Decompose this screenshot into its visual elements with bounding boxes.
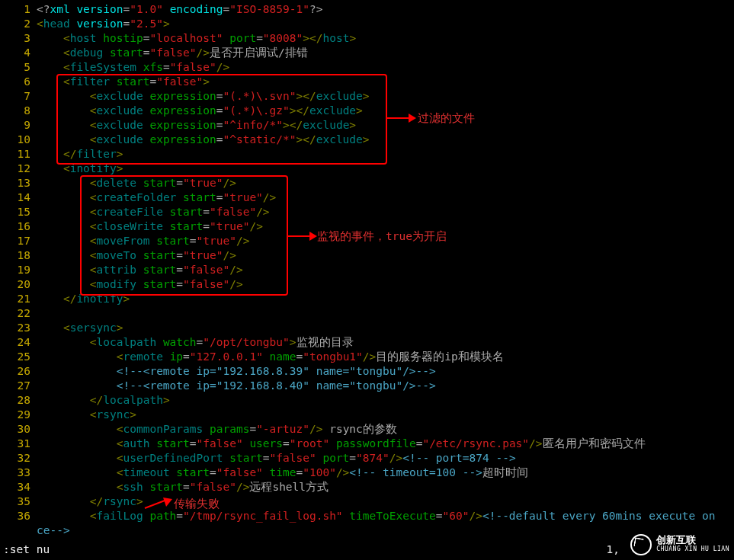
code-content[interactable]: <moveTo start="true"/> — [37, 248, 734, 263]
line-number: 19 — [0, 263, 37, 277]
code-content[interactable]: <modify start="false"/> — [37, 277, 734, 292]
code-content[interactable]: <filter start="false"> — [37, 75, 734, 89]
code-line[interactable]: 12 <inotify> — [0, 162, 734, 176]
code-line[interactable]: 24 <localpath watch="/opt/tongbu">监视的目录 — [0, 335, 734, 350]
code-line[interactable]: 23 <sersync> — [0, 321, 734, 335]
code-content[interactable]: <auth start="false" users="root" passwor… — [37, 437, 734, 451]
code-content[interactable]: <timeout start="false" time="100"/><!-- … — [37, 466, 734, 480]
code-content[interactable]: <remote ip="127.0.0.1" name="tongbu1"/>目… — [37, 350, 734, 364]
code-content[interactable]: <userDefinedPort start="false" port="874… — [37, 451, 734, 466]
code-line[interactable]: 35 </rsync> — [0, 494, 734, 509]
code-line[interactable]: ce--> — [0, 523, 734, 538]
line-number: 32 — [0, 451, 37, 466]
code-content[interactable]: <debug start="false"/>是否开启调试/排错 — [37, 46, 734, 60]
code-line[interactable]: 13 <delete start="true"/> — [0, 176, 734, 190]
code-content[interactable]: <attrib start="false"/> — [37, 263, 734, 277]
code-line[interactable]: 25 <remote ip="127.0.0.1" name="tongbu1"… — [0, 350, 734, 364]
code-line[interactable]: 15 <createFile start="false"/> — [0, 205, 734, 219]
line-number — [0, 523, 37, 538]
code-content[interactable]: <exclude expression="^static/*"></exclud… — [37, 133, 734, 147]
code-content[interactable]: <localpath watch="/opt/tongbu">监视的目录 — [37, 335, 734, 350]
code-line[interactable]: 21 </inotify> — [0, 292, 734, 306]
line-number: 5 — [0, 60, 37, 75]
code-content[interactable]: <failLog path="/tmp/rsync_fail_log.sh" t… — [37, 509, 734, 523]
line-number: 27 — [0, 379, 37, 393]
code-line[interactable]: 3 <host hostip="localhost" port="8008"><… — [0, 31, 734, 46]
code-content[interactable]: <host hostip="localhost" port="8008"></h… — [37, 31, 734, 46]
code-line[interactable]: 6 <filter start="false"> — [0, 75, 734, 89]
line-number: 25 — [0, 350, 37, 364]
code-line[interactable]: 27 <!--<remote ip="192.168.8.40" name="t… — [0, 379, 734, 393]
line-number: 33 — [0, 466, 37, 480]
code-line[interactable]: 14 <createFolder start="true"/> — [0, 190, 734, 205]
code-line[interactable]: 28 </localpath> — [0, 393, 734, 408]
code-content[interactable]: <exclude expression="(.*)\.gz"></exclude… — [37, 104, 734, 118]
code-content[interactable]: <head version="2.5"> — [37, 17, 734, 31]
code-line[interactable]: 29 <rsync> — [0, 408, 734, 422]
code-line[interactable]: 5 <fileSystem xfs="false"/> — [0, 60, 734, 75]
code-line[interactable]: 32 <userDefinedPort start="false" port="… — [0, 451, 734, 466]
code-content[interactable]: ce--> — [37, 523, 734, 538]
code-content[interactable]: <inotify> — [37, 162, 734, 176]
line-number: 6 — [0, 75, 37, 89]
watermark-line2: CHUANG XIN HU LIAN — [656, 545, 729, 554]
line-number: 9 — [0, 118, 37, 133]
code-content[interactable]: </filter> — [37, 147, 734, 162]
code-content[interactable]: <?xml version="1.0" encoding="ISO-8859-1… — [37, 2, 734, 17]
annot-transfer-fail: 传输失败 — [174, 497, 220, 511]
code-content[interactable] — [37, 306, 734, 321]
code-line[interactable]: 19 <attrib start="false"/> — [0, 263, 734, 277]
code-content[interactable]: <commonParams params="-artuz"/> rsync的参数 — [37, 422, 734, 437]
code-line[interactable]: 30 <commonParams params="-artuz"/> rsync… — [0, 422, 734, 437]
line-number: 8 — [0, 104, 37, 118]
code-line[interactable]: 18 <moveTo start="true"/> — [0, 248, 734, 263]
line-number: 34 — [0, 480, 37, 494]
code-content[interactable]: <exclude expression="^info/*"></exclude> — [37, 118, 734, 133]
line-number: 15 — [0, 205, 37, 219]
code-content[interactable]: <!--<remote ip="192.168.8.39" name="tong… — [37, 364, 734, 379]
code-line[interactable]: 1<?xml version="1.0" encoding="ISO-8859-… — [0, 2, 734, 17]
code-content[interactable]: <createFolder start="true"/> — [37, 190, 734, 205]
code-content[interactable]: <exclude expression="(.*)\.svn"></exclud… — [37, 89, 734, 104]
code-line[interactable]: 11 </filter> — [0, 147, 734, 162]
code-content[interactable]: </inotify> — [37, 292, 734, 306]
code-line[interactable]: 22 — [0, 306, 734, 321]
line-number: 12 — [0, 162, 37, 176]
code-line[interactable]: 34 <ssh start="false"/>远程shell方式 — [0, 480, 734, 494]
code-content[interactable]: <createFile start="false"/> — [37, 205, 734, 219]
code-line[interactable]: 20 <modify start="false"/> — [0, 277, 734, 292]
code-content[interactable]: <fileSystem xfs="false"/> — [37, 60, 734, 75]
line-number: 14 — [0, 190, 37, 205]
code-line[interactable]: 2<head version="2.5"> — [0, 17, 734, 31]
annot-watch-events: 监视的事件，true为开启 — [317, 229, 447, 244]
code-content[interactable]: </localpath> — [37, 393, 734, 408]
code-content[interactable]: </rsync> — [37, 494, 734, 509]
code-line[interactable]: 36 <failLog path="/tmp/rsync_fail_log.sh… — [0, 509, 734, 523]
code-line[interactable]: 4 <debug start="false"/>是否开启调试/排错 — [0, 46, 734, 60]
line-number: 2 — [0, 17, 37, 31]
line-number: 30 — [0, 422, 37, 437]
watermark-line1: 创新互联 — [656, 536, 729, 545]
line-number: 26 — [0, 364, 37, 379]
code-content[interactable]: <!--<remote ip="192.168.8.40" name="tong… — [37, 379, 734, 393]
code-editor[interactable]: 1<?xml version="1.0" encoding="ISO-8859-… — [0, 0, 734, 538]
code-line[interactable]: 31 <auth start="false" users="root" pass… — [0, 437, 734, 451]
code-line[interactable]: 26 <!--<remote ip="192.168.8.39" name="t… — [0, 364, 734, 379]
line-number: 10 — [0, 133, 37, 147]
code-content[interactable]: <rsync> — [37, 408, 734, 422]
code-line[interactable]: 9 <exclude expression="^info/*"></exclud… — [0, 118, 734, 133]
code-content[interactable]: <delete start="true"/> — [37, 176, 734, 190]
line-number: 29 — [0, 408, 37, 422]
code-content[interactable]: <ssh start="false"/>远程shell方式 — [37, 480, 734, 494]
code-line[interactable]: 10 <exclude expression="^static/*"></exc… — [0, 133, 734, 147]
line-number: 3 — [0, 31, 37, 46]
line-number: 16 — [0, 219, 37, 234]
line-number: 13 — [0, 176, 37, 190]
line-number: 28 — [0, 393, 37, 408]
code-line[interactable]: 7 <exclude expression="(.*)\.svn"></excl… — [0, 89, 734, 104]
code-line[interactable]: 33 <timeout start="false" time="100"/><!… — [0, 466, 734, 480]
annot-filtered-files: 过滤的文件 — [418, 111, 475, 126]
code-content[interactable]: <sersync> — [37, 321, 734, 335]
code-line[interactable]: 8 <exclude expression="(.*)\.gz"></exclu… — [0, 104, 734, 118]
watermark-logo: 创新互联 CHUANG XIN HU LIAN — [630, 534, 729, 555]
